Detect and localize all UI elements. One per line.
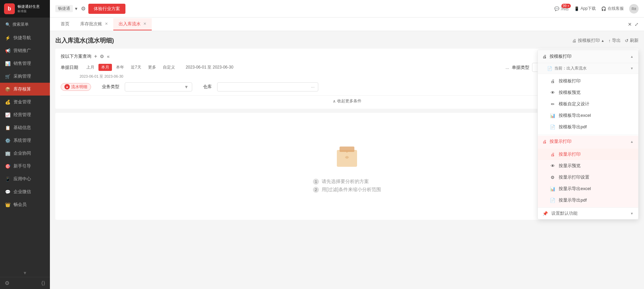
tab-flow[interactable]: 出入库流水 ✕: [113, 18, 152, 30]
sidebar-item-enterprise[interactable]: 🏢 企业协同: [0, 147, 50, 160]
sidebar-item-sales[interactable]: 📊 销售管理: [0, 57, 50, 70]
display-print-section-header[interactable]: 🖨 按显示打印 ▲: [538, 136, 638, 147]
enterprise-icon: 🏢: [5, 150, 11, 156]
set-default-item[interactable]: 📌 设置默认功能 ▼: [538, 207, 638, 219]
tab-home[interactable]: 首页: [55, 18, 75, 30]
tab-batch-account[interactable]: 库存批次账 ✕: [75, 18, 113, 30]
purchase-icon: 🛒: [5, 73, 11, 79]
sidebar-item-wechat[interactable]: 💬 企业微信: [0, 185, 50, 198]
print-template-btn[interactable]: 🖨 按模板打印 ▲: [572, 37, 605, 44]
business-type-select[interactable]: ▼: [125, 82, 192, 91]
page-header: 出入库流水(流水明细) 🖨 按模板打印 ▲ ↑ 导出 ↺: [55, 36, 639, 45]
page-inner: 出入库流水(流水明细) 🖨 按模板打印 ▲ ↑ 导出 ↺: [50, 31, 644, 225]
sidebar-item-inventory[interactable]: 📦 库存核算: [0, 83, 50, 96]
display-export-pdf-item[interactable]: 📄 按显示导出pdf: [538, 194, 638, 206]
tab-batch-account-close[interactable]: ✕: [105, 22, 108, 26]
app-download-btn[interactable]: 📱 App下载: [574, 6, 596, 11]
dropdown-header: 🖨 按模板打印 ▲: [538, 50, 638, 63]
date-option-last-month[interactable]: 上月: [84, 64, 97, 71]
expand-window-icon[interactable]: ⤢: [635, 22, 639, 27]
filter-collapse-left-icon[interactable]: «: [107, 54, 110, 59]
print-dropdown-panel: 🖨 按模板打印 ▲ 📄 当前：出入库流水 ▼: [537, 50, 639, 219]
filter-more-icon[interactable]: ...: [505, 65, 509, 70]
sidebar-item-app-center[interactable]: 📱 应用中心: [0, 173, 50, 185]
guide-icon: 🎯: [5, 163, 11, 169]
sidebar-item-guide[interactable]: 🎯 新手引导: [0, 160, 50, 173]
display-pdf-icon: 📄: [550, 198, 555, 203]
display-print-settings-item[interactable]: ⚙ 按显示打印设置: [538, 172, 638, 183]
flow-detail-tag: ● 流水明细: [61, 83, 91, 91]
sidebar-item-operations[interactable]: 📈 经营管理: [0, 108, 50, 121]
template-print-icon: 🖨: [550, 78, 555, 84]
display-print-section-icon: 🖨: [543, 139, 547, 144]
template-custom-item[interactable]: ✏ 模板自定义设计: [538, 98, 638, 110]
phone-icon: 📱: [574, 6, 579, 11]
template-export-excel-item[interactable]: 📊 按模板导出excel: [538, 110, 638, 121]
user-avatar[interactable]: Rit: [629, 4, 639, 14]
warehouse-select[interactable]: ···: [217, 82, 318, 91]
tabs-bar: 首页 库存批次账 ✕ 出入库流水 ✕ ✕ ⤢: [50, 18, 644, 31]
sidebar-item-finance[interactable]: 💰 资金管理: [0, 96, 50, 108]
filter-add-icon[interactable]: +: [94, 53, 97, 59]
sidebar-item-member[interactable]: 👑 畅会员: [0, 198, 50, 211]
sidebar-search-area: 🔍 搜索菜单: [0, 18, 50, 31]
date-option-7days[interactable]: 近7天: [128, 64, 144, 71]
sidebar-item-marketing[interactable]: 📢 营销推广: [0, 44, 50, 57]
sidebar-item-purchase[interactable]: 🛒 采购管理: [0, 70, 50, 83]
message-btn[interactable]: 💬 消息 99 +: [554, 6, 569, 11]
display-print-item[interactable]: 🖨 按显示打印: [538, 149, 638, 160]
dropdown-current: 📄 当前：出入库流水 ▼: [538, 63, 638, 74]
date-range: 2023-06-01 至 2023-06-30: [186, 64, 233, 70]
page-content: 出入库流水(流水明细) 🖨 按模板打印 ▲ ↑ 导出 ↺: [50, 31, 644, 289]
date-option-custom[interactable]: 自定义: [160, 64, 178, 71]
logo-icon: b: [4, 3, 15, 14]
excel-icon: 📊: [550, 113, 555, 118]
display-export-excel-item[interactable]: 📊 按显示导出excel: [538, 183, 638, 194]
refresh-icon: ↺: [625, 38, 628, 43]
date-filter: 上月 本月 本年 近7天 更多 自定义: [84, 64, 178, 71]
sidebar-item-quick-nav[interactable]: ⚡ 快捷导航: [0, 31, 50, 44]
date-label: 单据日期: [61, 64, 78, 71]
template-preview-item[interactable]: 👁 按模板预览: [538, 87, 638, 98]
template-section: 🖨 按模板打印 👁 按模板预览 ✏ 模板自定义设计: [538, 74, 638, 134]
collapse-sidebar-icon[interactable]: ⟨⟩: [41, 280, 45, 286]
template-export-pdf-item[interactable]: 📄 按模板导出pdf: [538, 121, 638, 133]
sidebar-scroll-down[interactable]: ▼: [0, 269, 50, 277]
empty-hints: 1 请先选择要分析的方案 2 用[过滤]条件来缩小分析范围: [313, 179, 381, 193]
business-type-label: 业务类型: [102, 84, 119, 90]
display-preview-item[interactable]: 👁 按显示预览: [538, 160, 638, 172]
marketing-icon: 📢: [5, 48, 11, 54]
print-header-icon: 🖨: [543, 54, 547, 59]
close-window-icon[interactable]: ✕: [628, 22, 632, 27]
page-actions: 🖨 按模板打印 ▲ ↑ 导出 ↺ 刷新: [572, 37, 639, 44]
more-icon: ···: [311, 84, 315, 89]
date-option-this-month[interactable]: 本月: [98, 64, 112, 71]
sidebar-nav: ⚡ 快捷导航 📢 营销推广 📊 销售管理 🛒 采购管理 📦 库存核算 💰: [0, 31, 50, 269]
tab-flow-close[interactable]: ✕: [143, 22, 146, 26]
sidebar-item-system[interactable]: ⚙️ 系统管理: [0, 134, 50, 147]
finance-icon: 💰: [5, 99, 11, 105]
quick-nav-icon: ⚡: [5, 35, 11, 41]
trial-btn[interactable]: 体验行业方案: [88, 4, 125, 14]
online-service-btn[interactable]: 🎧 在线客服: [601, 6, 624, 11]
sidebar-item-basic[interactable]: 📋 基础信息: [0, 121, 50, 134]
sidebar-logo: b 畅捷通好生意 标准版: [0, 0, 50, 18]
message-icon: 💬: [554, 6, 559, 11]
search-menu-button[interactable]: 🔍 搜索菜单: [3, 20, 47, 29]
date-option-this-year[interactable]: 本年: [113, 64, 127, 71]
svg-rect-1: [340, 147, 354, 152]
operations-icon: 📈: [5, 112, 11, 118]
template-custom-icon: ✏: [550, 101, 555, 107]
topbar: 畅捷通 ▼ ⚙ 体验行业方案 💬 消息 99 + 📱 App下载 🎧: [50, 0, 644, 18]
chevron-down-icon: ▼: [630, 212, 634, 215]
chevron-up-icon: ▲: [630, 140, 634, 143]
wechat-icon: 💬: [5, 189, 11, 195]
settings-icon[interactable]: ⚙: [5, 280, 9, 286]
topbar-user[interactable]: 畅捷通 ▼: [55, 5, 78, 12]
refresh-btn[interactable]: ↺ 刷新: [625, 37, 639, 44]
topbar-settings-icon[interactable]: ⚙: [81, 5, 86, 12]
filter-settings-icon[interactable]: ⚙: [100, 54, 104, 59]
date-option-more[interactable]: 更多: [145, 64, 159, 71]
template-print-item[interactable]: 🖨 按模板打印: [538, 75, 638, 87]
export-btn[interactable]: ↑ 导出: [609, 37, 621, 44]
